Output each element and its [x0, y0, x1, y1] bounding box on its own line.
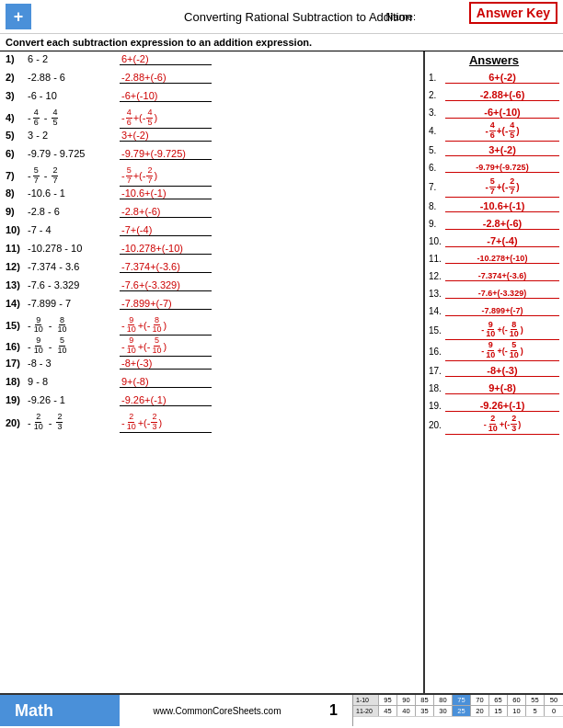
problem-row: 3) -6 - 10 -6+(-10) — [6, 90, 418, 108]
instructions: Convert each subtraction expression to a… — [0, 34, 563, 51]
problem-expr: 9 - 8 — [28, 376, 120, 387]
problem-num: 20) — [6, 417, 28, 428]
problem-expr: -2.88 - 6 — [28, 72, 120, 83]
problem-answer: -7+(-4) — [120, 224, 212, 236]
problem-num: 3) — [6, 90, 28, 101]
problem-row: 9) -2.8 - 6 -2.8+(-6) — [6, 206, 418, 223]
answer-row: 9. -2.8+(-6) — [429, 216, 559, 233]
problem-answer: -8+(-3) — [120, 358, 212, 370]
problem-row: 13) -7.6 - 3.329 -7.6+(-3.329) — [6, 279, 418, 297]
problem-answer: -910 +(-510) — [120, 336, 212, 357]
problem-num: 8) — [6, 188, 28, 199]
problem-answer: -2.88+(-6) — [120, 72, 212, 84]
answer-val: -2.88+(-6) — [445, 89, 559, 101]
problem-row: 10) -7 - 4 -7+(-4) — [6, 224, 418, 242]
problem-num: 10) — [6, 224, 28, 235]
score-cell: 30 — [434, 706, 453, 716]
answer-val: -910+(-810) — [445, 321, 559, 341]
answer-val: -9.79+(-9.725) — [445, 163, 559, 173]
footer-scores: 1-10 95 90 85 80 75 70 65 60 55 50 11-20… — [352, 695, 563, 726]
answer-num: 14. — [429, 306, 445, 316]
answers-section: Answers 1. 6+(-2) 2. -2.88+(-6) 3. -6+(-… — [425, 51, 563, 693]
problem-num: 19) — [6, 394, 28, 405]
problem-row: 7) -57 - 27 -57 +(-27) — [6, 166, 418, 187]
problem-expr: 6 - 2 — [28, 53, 120, 64]
score-cell: 90 — [397, 695, 416, 705]
answer-key-label: Answer Key — [477, 6, 550, 20]
answer-val: -210+(-23) — [445, 415, 559, 435]
problem-expr: 3 - 2 — [28, 130, 120, 141]
answer-row: 19. -9.26+(-1) — [429, 397, 559, 414]
problem-expr: -57 - 27 — [28, 166, 120, 186]
answer-val: -7.6+(-3.329) — [445, 289, 559, 299]
footer-website: www.CommonCoreSheets.com — [120, 695, 315, 726]
problem-num: 11) — [6, 243, 28, 254]
answer-val: -7+(-4) — [445, 235, 559, 247]
answer-val: -7.374+(-3.6) — [445, 271, 559, 281]
answer-row: 1. 6+(-2) — [429, 69, 559, 85]
answer-num: 3. — [429, 108, 445, 118]
main-content: 1) 6 - 2 6+(-2) 2) -2.88 - 6 -2.88+(-6) … — [0, 51, 563, 693]
problem-expr: -9.79 - 9.725 — [28, 148, 120, 159]
score-label: 11-20 — [353, 706, 379, 716]
page-footer: Math www.CommonCoreSheets.com 1 1-10 95 … — [0, 693, 563, 726]
answer-num: 19. — [429, 401, 445, 411]
problem-answer: 9+(-8) — [120, 376, 212, 388]
answers-header: Answers — [429, 53, 559, 67]
answer-num: 12. — [429, 271, 445, 281]
problem-answer: -10.6+(-1) — [120, 188, 212, 199]
answer-val: -2.8+(-6) — [445, 218, 559, 230]
problem-row: 15) -910 - 810 -910 +(-810) — [6, 316, 418, 336]
answer-val: -10.278+(-10) — [445, 254, 559, 264]
problem-answer: -10.278+(-10) — [120, 243, 212, 255]
problem-row: 11) -10.278 - 10 -10.278+(-10) — [6, 243, 418, 260]
problem-expr: -9.26 - 1 — [28, 394, 120, 405]
answer-num: 15. — [429, 325, 445, 336]
problem-answer: -6+(-10) — [120, 90, 212, 102]
answer-num: 13. — [429, 289, 445, 299]
problem-num: 4) — [6, 112, 28, 123]
answer-num: 10. — [429, 236, 445, 246]
score-cells: 95 90 85 80 75 70 65 60 55 50 — [379, 695, 563, 705]
score-cell: 10 — [508, 706, 526, 716]
problem-num: 12) — [6, 261, 28, 272]
problem-row: 4) -46 - 45 -46 +(-45) — [6, 108, 418, 129]
score-cell: 60 — [508, 695, 526, 705]
problem-num: 5) — [6, 130, 28, 141]
problem-expr: -7.899 - 7 — [28, 298, 120, 309]
problem-row: 17) -8 - 3 -8+(-3) — [6, 358, 418, 375]
problem-num: 9) — [6, 206, 28, 217]
answer-num: 5. — [429, 145, 445, 155]
score-label: 1-10 — [353, 695, 379, 705]
answer-val: 3+(-2) — [445, 144, 559, 156]
page-header: + Converting Rational Subtraction to Add… — [0, 0, 563, 34]
score-cell: 55 — [526, 695, 545, 705]
answer-num: 2. — [429, 90, 445, 100]
score-cell: 70 — [471, 695, 489, 705]
answer-row: 6. -9.79+(-9.725) — [429, 160, 559, 176]
score-cell: 85 — [416, 695, 434, 705]
problems-section: 1) 6 - 2 6+(-2) 2) -2.88 - 6 -2.88+(-6) … — [0, 51, 425, 693]
problem-num: 18) — [6, 376, 28, 387]
score-cell: 65 — [489, 695, 508, 705]
answer-row: 5. 3+(-2) — [429, 142, 559, 159]
problem-answer: -57 +(-27) — [120, 166, 212, 187]
problem-num: 6) — [6, 148, 28, 159]
problem-num: 7) — [6, 170, 28, 181]
problem-expr: -210 - 23 — [28, 413, 120, 432]
answer-val: -6+(-10) — [445, 107, 559, 119]
problem-num: 14) — [6, 298, 28, 309]
problem-row: 18) 9 - 8 9+(-8) — [6, 376, 418, 393]
answer-val: -46+(-45) — [445, 121, 559, 142]
problem-answer: -910 +(-810) — [120, 316, 212, 336]
problem-expr: -7.374 - 3.6 — [28, 261, 120, 272]
answer-row: 4. -46+(-45) — [429, 121, 559, 142]
problem-expr: -10.278 - 10 — [28, 243, 120, 254]
score-cell-highlight: 25 — [453, 706, 471, 716]
footer-math-label: Math — [0, 695, 120, 726]
problem-expr: -8 - 3 — [28, 358, 120, 369]
problem-expr: -2.8 - 6 — [28, 206, 120, 217]
answer-num: 8. — [429, 201, 445, 211]
answer-row: 18. 9+(-8) — [429, 380, 559, 396]
answer-num: 1. — [429, 73, 445, 83]
